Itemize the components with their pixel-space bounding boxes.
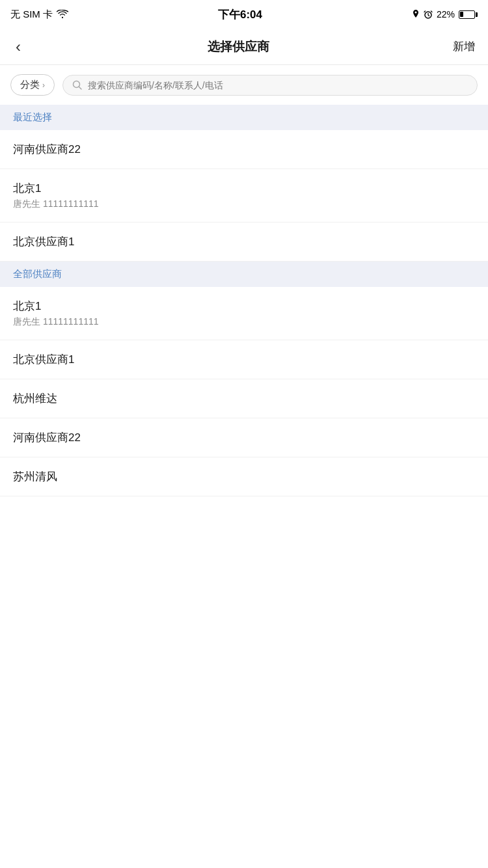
list-item[interactable]: 北京1唐先生 11111111111 [0, 287, 488, 340]
status-bar-right: 22% [412, 9, 478, 20]
nav-bar: ‹ 选择供应商 新增 [0, 29, 488, 65]
list-item-name: 北京供应商1 [13, 234, 475, 249]
list-item-name: 北京1 [13, 181, 475, 196]
search-input[interactable] [88, 80, 468, 90]
list-item[interactable]: 苏州清风 [0, 457, 488, 496]
status-bar: 无 SIM 卡 下午6:04 22% [0, 0, 488, 29]
supplier-list: 最近选择河南供应商22北京1唐先生 11111111111北京供应商1全部供应商… [0, 105, 488, 496]
category-label: 分类 [20, 79, 40, 91]
filter-bar: 分类 › [0, 65, 488, 105]
battery-icon [459, 10, 478, 19]
list-item[interactable]: 北京1唐先生 11111111111 [0, 169, 488, 223]
category-button[interactable]: 分类 › [10, 74, 55, 96]
chevron-right-icon: › [42, 81, 45, 90]
list-item[interactable]: 河南供应商22 [0, 418, 488, 457]
list-item[interactable]: 杭州维达 [0, 379, 488, 418]
list-item-name: 苏州清风 [13, 469, 475, 484]
list-item[interactable]: 河南供应商22 [0, 130, 488, 169]
alarm-icon [424, 10, 433, 19]
location-icon [412, 10, 420, 19]
list-item-name: 河南供应商22 [13, 430, 475, 445]
list-item-name: 杭州维达 [13, 391, 475, 406]
back-button[interactable]: ‹ [13, 35, 23, 59]
sim-status: 无 SIM 卡 [10, 8, 53, 21]
page-title: 选择供应商 [208, 38, 269, 55]
section-header-text-recent: 最近选择 [13, 111, 52, 122]
list-item-sub: 唐先生 11111111111 [13, 198, 475, 210]
section-header-text-all: 全部供应商 [13, 268, 62, 279]
status-time: 下午6:04 [218, 7, 262, 22]
search-box[interactable] [62, 75, 478, 96]
list-item-name: 北京1 [13, 299, 475, 314]
list-item-sub: 唐先生 11111111111 [13, 316, 475, 328]
list-item-name: 北京供应商1 [13, 352, 475, 367]
battery-percent: 22% [437, 9, 455, 20]
section-header-recent: 最近选择 [0, 105, 488, 130]
section-header-all: 全部供应商 [0, 262, 488, 287]
add-button[interactable]: 新增 [453, 39, 475, 54]
status-bar-left: 无 SIM 卡 [10, 8, 68, 21]
list-item[interactable]: 北京供应商1 [0, 340, 488, 379]
search-icon [72, 80, 83, 90]
list-item-name: 河南供应商22 [13, 142, 475, 157]
wifi-icon [57, 10, 68, 19]
list-item[interactable]: 北京供应商1 [0, 223, 488, 262]
